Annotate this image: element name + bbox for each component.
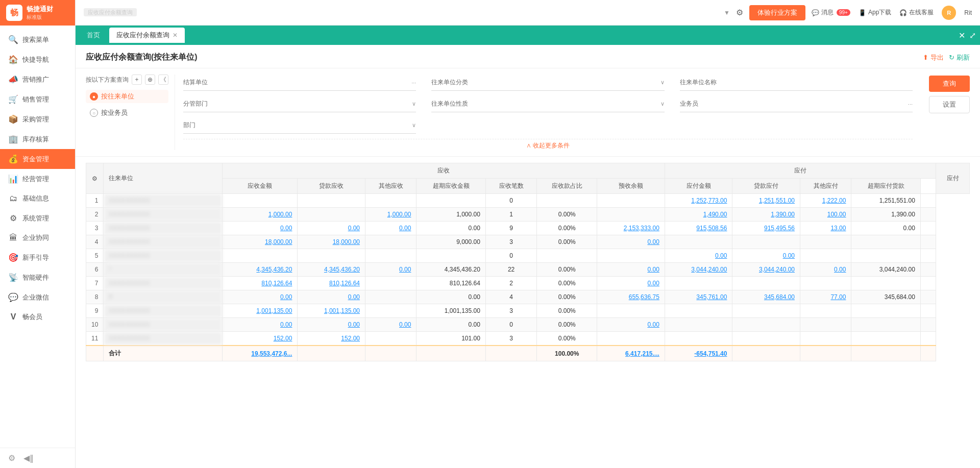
footer-ap-amount[interactable]: -654,751.40 [665,346,732,361]
table-cell[interactable]: 13.00 [800,221,851,235]
table-cell[interactable]: 0.00 [800,263,851,277]
table-cell[interactable]: 1,001,135.00 [298,304,365,318]
sidebar-collapse-icon[interactable]: ◀‖ [23,453,34,463]
table-cell[interactable]: 0.00 [223,290,298,304]
sidebar-item-wechat[interactable]: 💬 企业微信 [0,287,75,307]
tab-expand-icon[interactable]: ⤢ [969,31,976,40]
field-salesperson-more[interactable]: ··· [908,101,913,107]
th-overdue-ar: 超期应收金额 [416,179,485,194]
table-cell[interactable]: 1,001,135.00 [223,304,298,318]
sidebar-item-enterprise[interactable]: 🏛 企业协同 [0,228,75,248]
sidebar-settings-icon[interactable]: ⚙ [8,453,15,463]
query-button[interactable]: 查询 [929,76,970,92]
table-cell[interactable]: 1,490.00 [665,208,732,221]
table-cell[interactable]: 0.00 [597,263,665,277]
table-cell[interactable]: 0.00 [298,290,365,304]
field-partner-category: 往来单位分类 ∨ [431,75,664,91]
table-cell[interactable]: 345,684.00 [732,290,800,304]
table-cell[interactable]: 2,153,333.00 [597,221,665,235]
scheme-by-staff[interactable]: ○ 按业务员 [86,106,168,119]
table-cell[interactable]: 18,000.00 [298,235,365,249]
table-cell[interactable]: 3,044,240.00 [665,263,732,277]
table-cell[interactable]: 915,495.56 [732,221,800,235]
tab-close-all-icon[interactable]: ✕ [959,31,965,40]
sidebar-item-guide[interactable]: 🎯 新手引导 [0,248,75,267]
sidebar-item-basic[interactable]: 🗂 基础信息 [0,189,75,208]
field-partner-name[interactable]: 往来单位名称 [680,75,913,91]
table-cell[interactable]: 345,761.00 [665,290,732,304]
table-cell[interactable]: 1,000.00 [365,208,416,221]
table-cell[interactable]: 1,252,773.00 [665,194,732,208]
sidebar-item-finance[interactable]: 💰 资金管理 [0,149,75,169]
search-fields: 结算单位 ··· 往来单位分类 ∨ 往来单位名称 [183,75,913,150]
table-cell[interactable]: 0.00 [597,235,665,249]
table-cell [800,318,851,332]
tab-ar-ap[interactable]: 应收应付余额查询 ✕ [109,28,185,43]
table-cell[interactable]: 0.00 [732,249,800,263]
setting-button[interactable]: 设置 [929,96,970,113]
refresh-button[interactable]: ↻ 刷新 [949,53,970,62]
online-service-action[interactable]: 🎧 在线客服 [899,8,934,17]
table-cell[interactable]: 0.00 [665,249,732,263]
footer-advance[interactable]: 6,417,215.... [597,346,665,361]
table-cell[interactable]: 3,044,240.00 [732,263,800,277]
message-action[interactable]: 💬 消息 99+ [812,8,850,17]
table-cell[interactable]: 152.00 [298,332,365,346]
table-cell[interactable]: 915,508.56 [665,221,732,235]
table-cell[interactable]: 0.00 [597,318,665,332]
sidebar-item-search[interactable]: 🔍 搜索菜单 [0,30,75,50]
table-cell[interactable]: 0.00 [298,221,365,235]
field-salesperson: 业务员 ··· [680,96,913,112]
sidebar-item-hardware[interactable]: 📡 智能硬件 [0,267,75,287]
sidebar-item-inventory[interactable]: 🏢 库存核算 [0,129,75,149]
tab-close-icon[interactable]: ✕ [173,32,178,39]
table-cell[interactable]: 1,251,551.00 [732,194,800,208]
field-partner-cat-arrow[interactable]: ∨ [660,79,665,86]
sidebar-item-purchase[interactable]: 📦 采购管理 [0,109,75,129]
table-cell[interactable]: 0.00 [223,318,298,332]
table-cell[interactable]: 0.00 [298,318,365,332]
add-scheme-button[interactable]: + [132,75,142,85]
table-cell[interactable]: 4,345,436.20 [298,263,365,277]
search-menu-icon: 🔍 [8,35,18,44]
table-cell[interactable]: 0.00 [365,318,416,332]
table-cell[interactable]: 0.00 [223,221,298,235]
sidebar-item-sales[interactable]: 🛒 销售管理 [0,89,75,109]
field-dept-arrow[interactable]: ∨ [412,101,416,107]
table-cell[interactable]: 18,000.00 [223,235,298,249]
table-cell[interactable]: 1,000.00 [223,208,298,221]
app-download-action[interactable]: 📱 App下载 [859,8,891,17]
table-cell[interactable]: 4,345,436.20 [223,263,298,277]
th-settings[interactable]: ⚙ [86,163,104,194]
collapse-button[interactable]: ∧ 收起更多条件 [183,139,913,150]
field-settlement-more[interactable]: ··· [411,80,416,86]
table-cell[interactable]: 152.00 [223,332,298,346]
table-cell[interactable]: 0.00 [597,277,665,290]
table-cell[interactable]: 77.00 [800,290,851,304]
table-cell[interactable]: 810,126.64 [223,277,298,290]
dropdown-chevron-icon[interactable]: ▼ [724,9,730,16]
footer-ar-amount[interactable]: 19,553,472,6... [223,346,298,361]
sidebar-item-operations[interactable]: 📊 经营管理 [0,169,75,189]
field-nature-arrow[interactable]: ∨ [660,101,665,107]
data-table: ⚙ 往来单位 应收 应付 应付 应收金额 贷款应收 其他应收 超期应收金额 应收… [86,163,970,361]
export-button[interactable]: ⬆ 导出 [923,53,944,62]
tab-home[interactable]: 首页 [80,28,107,43]
sidebar-item-marketing[interactable]: 📣 营销推广 [0,69,75,89]
table-cell[interactable]: 1,390.00 [732,208,800,221]
scheme-by-unit[interactable]: ● 按往来单位 [86,90,168,103]
table-cell[interactable]: 1,222.00 [800,194,851,208]
table-cell[interactable]: 0.00 [365,221,416,235]
scheme-settings-icon[interactable]: ⊕ [145,75,155,85]
table-cell[interactable]: 810,126.64 [298,277,365,290]
field-dept2-arrow[interactable]: ∨ [412,122,416,129]
table-cell[interactable]: 0.00 [365,263,416,277]
gear-icon[interactable]: ⚙ [736,8,743,17]
sidebar-item-system[interactable]: ⚙ 系统管理 [0,208,75,228]
scheme-collapse-icon[interactable]: 《 [158,75,168,85]
sidebar-item-quick-nav[interactable]: 🏠 快捷导航 [0,50,75,69]
table-cell[interactable]: 655,636.75 [597,290,665,304]
table-cell[interactable]: 100.00 [800,208,851,221]
solution-button[interactable]: 体验行业方案 [749,5,805,20]
sidebar-item-vip[interactable]: V 畅会员 [0,307,75,327]
